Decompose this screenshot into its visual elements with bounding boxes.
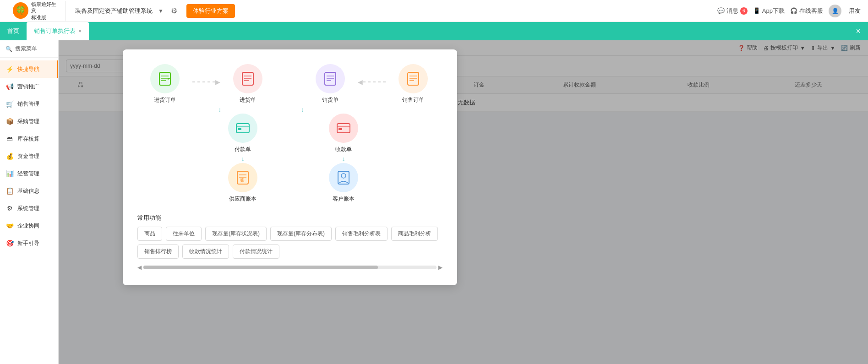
app-download-label: App下载 — [762, 7, 785, 15]
guide-icon: 🎯 — [5, 239, 14, 247]
logo-icon: 🍀 — [13, 2, 28, 19]
svg-rect-27 — [338, 171, 349, 184]
tab-sales-order[interactable]: 销售订单执行表 × — [27, 22, 89, 40]
scroll-thumb[interactable] — [143, 266, 378, 269]
guide-label: 新手引导 — [17, 239, 39, 247]
close-all-btn[interactable]: × — [848, 27, 868, 36]
trial-button[interactable]: 体验行业方案 — [186, 4, 235, 18]
common-section: 常用功能 商品往来单位现存量(库存状况表)现存量(库存分布表)销售毛利分析表商品… — [137, 214, 442, 259]
tab-close-icon[interactable]: × — [78, 28, 82, 34]
sales-icon: 🛒 — [5, 100, 14, 108]
common-btn-6[interactable]: 销售排行榜 — [137, 244, 179, 259]
search-menu[interactable]: 🔍 搜索菜单 — [0, 40, 58, 58]
svg-text:账: 账 — [240, 178, 245, 183]
settings-icon[interactable]: ⚙ — [171, 6, 177, 15]
svg-rect-22 — [338, 128, 342, 130]
common-btn-5[interactable]: 商品毛利分析 — [391, 227, 438, 241]
message-icon: 💬 — [717, 7, 725, 14]
sidebar-item-marketing[interactable]: 📢 营销推广 — [0, 78, 58, 95]
finance-icon: 💰 — [5, 152, 14, 160]
common-btn-7[interactable]: 收款情况统计 — [182, 244, 229, 259]
main-area: 🔍 搜索菜单 ⚡ 快捷导航 📢 营销推广 🛒 销售管理 📦 采购管理 🗃 — [0, 40, 868, 364]
common-btn-4[interactable]: 销售毛利分析表 — [335, 227, 388, 241]
purchase-bill-circle — [233, 64, 262, 93]
supplier-ledger-label: 供应商账本 — [229, 195, 257, 203]
sidebar-item-quick-nav[interactable]: ⚡ 快捷导航 — [0, 60, 58, 78]
system-label: 系统管理 — [17, 205, 39, 212]
inventory-icon: 🗃 — [5, 135, 14, 143]
avatar[interactable]: 👤 — [829, 5, 841, 17]
sidebar-item-purchase[interactable]: 📦 采购管理 — [0, 113, 58, 130]
common-buttons: 商品往来单位现存量(库存状况表)现存量(库存分布表)销售毛利分析表商品毛利分析销… — [137, 227, 442, 259]
flow-supplier-ledger[interactable]: 账 供应商账本 — [215, 163, 270, 203]
sidebar-item-enterprise[interactable]: 🤝 企业协同 — [0, 217, 58, 234]
flow-customer-ledger[interactable]: 客户账本 — [316, 163, 371, 203]
dropdown-icon[interactable]: ▼ — [158, 8, 164, 14]
scroll-right-arrow[interactable]: ▶ — [438, 264, 442, 271]
payment-bill-circle — [228, 114, 257, 143]
service-icon: 🎧 — [790, 7, 797, 14]
content-panel: ❓ 帮助 🖨 按模板打印 ▼ ⬆ 导出 ▼ 🔄 刷新 📅 📅 — [59, 40, 868, 364]
purchase-icon: 📦 — [5, 117, 14, 125]
sidebar-item-finance[interactable]: 💰 资金管理 — [0, 147, 58, 165]
message-label: 消息 — [726, 7, 738, 15]
purchase-label: 采购管理 — [17, 118, 39, 125]
svg-point-28 — [341, 174, 346, 178]
sidebar-item-guide[interactable]: 🎯 新手引导 — [0, 234, 58, 252]
payment-bill-label: 付款单 — [235, 146, 251, 153]
common-btn-1[interactable]: 往来单位 — [166, 227, 202, 241]
tab-sales-order-label: 销售订单执行表 — [34, 27, 76, 35]
brand-text: 畅康通好生意 标准版 — [31, 1, 60, 21]
scroll-left-arrow[interactable]: ◀ — [137, 264, 142, 271]
brand-line1: 畅康通好生意 — [31, 1, 60, 14]
modal-overlay[interactable]: 进货订单 ▶ 进货单 — [59, 40, 868, 364]
sidebar-item-sales[interactable]: 🛒 销售管理 — [0, 95, 58, 113]
online-service-btn[interactable]: 🎧 在线客服 — [790, 7, 823, 15]
receipt-bill-circle — [329, 114, 358, 143]
inventory-label: 库存核算 — [17, 135, 39, 143]
common-btn-3[interactable]: 现存量(库存分布表) — [270, 227, 332, 241]
arrow-po-to-pb: ▶ — [192, 78, 220, 104]
message-btn[interactable]: 💬 消息 6 — [717, 7, 748, 15]
sidebar-item-system[interactable]: ⚙ 系统管理 — [0, 200, 58, 217]
search-icon: 🔍 — [5, 46, 12, 52]
system-icon: ⚙ — [5, 204, 14, 212]
svg-rect-13 — [408, 72, 419, 85]
common-title: 常用功能 — [137, 214, 442, 222]
flow-section: 进货订单 ▶ 进货单 — [137, 64, 442, 203]
common-btn-0[interactable]: 商品 — [137, 227, 162, 241]
service-label: 在线客服 — [799, 7, 823, 15]
flow-purchase-order[interactable]: 进货订单 — [137, 64, 192, 104]
sidebar-item-basic-info[interactable]: 📋 基础信息 — [0, 182, 58, 200]
marketing-icon: 📢 — [5, 82, 14, 91]
sidebar-item-operations[interactable]: 📊 经营管理 — [0, 165, 58, 182]
system-title: 装备及固定资产辅助管理系统 — [75, 7, 153, 15]
flow-sales-bill[interactable]: 销货单 — [303, 64, 358, 104]
flow-receipt-bill[interactable]: 收款单 — [316, 114, 371, 153]
user-name: 用友 — [849, 7, 861, 15]
top-header: 🍀 畅康通好生意 标准版 装备及固定资产辅助管理系统 ▼ ⚙ 体验行业方案 💬 … — [0, 0, 868, 22]
tab-home[interactable]: 首页 — [0, 22, 27, 40]
logo-area: 🍀 畅康通好生意 标准版 — [7, 1, 66, 21]
supplier-ledger-circle: 账 — [228, 163, 257, 192]
purchase-order-circle — [150, 64, 180, 93]
purchase-order-label: 进货订单 — [154, 96, 176, 104]
common-btn-2[interactable]: 现存量(库存状况表) — [205, 227, 267, 241]
scrollbar-area: ◀ ▶ — [137, 264, 442, 271]
flow-sales-order[interactable]: 销售订单 — [386, 64, 441, 104]
scroll-track — [143, 266, 437, 269]
message-badge: 6 — [740, 7, 748, 15]
sales-order-circle — [399, 64, 428, 93]
sidebar-item-inventory[interactable]: 🗃 库存核算 — [0, 130, 58, 147]
svg-rect-9 — [325, 72, 336, 85]
operations-label: 经营管理 — [17, 170, 39, 178]
receipt-bill-label: 收款单 — [335, 146, 352, 153]
sales-bill-label: 销货单 — [322, 96, 338, 104]
common-btn-8[interactable]: 付款情况统计 — [233, 244, 279, 259]
app-download-btn[interactable]: 📱 App下载 — [753, 7, 785, 15]
arrow-so-to-sb: ◀ — [358, 78, 386, 104]
search-menu-label: 搜索菜单 — [15, 45, 37, 53]
flow-payment-bill[interactable]: 付款单 — [215, 114, 270, 153]
app-icon: 📱 — [753, 7, 760, 14]
flow-purchase-bill[interactable]: 进货单 — [220, 64, 275, 104]
